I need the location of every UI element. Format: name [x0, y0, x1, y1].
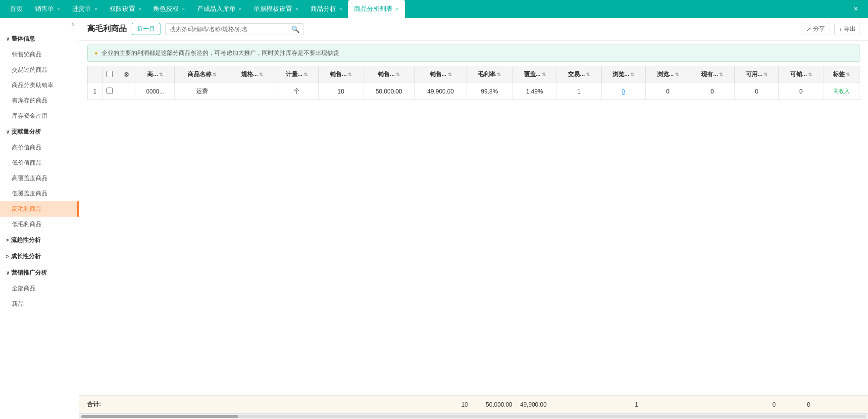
- group-arrow: ∨: [6, 129, 9, 135]
- cell-available_stock-0: 0: [734, 83, 779, 100]
- row-checkbox[interactable]: [106, 88, 113, 94]
- col-label-views2: 浏览...: [657, 70, 674, 79]
- sidebar-group-流趋性分析[interactable]: >流趋性分析: [0, 232, 79, 248]
- cell-checkbox-0[interactable]: [102, 83, 117, 100]
- sort-icon-gross_margin[interactable]: ⇅: [497, 72, 501, 77]
- nav-close-btn[interactable]: ×: [339, 6, 342, 12]
- footer-cell-3: [279, 401, 313, 408]
- sidebar-item-库存资金占用[interactable]: 库存资金占用: [0, 108, 79, 124]
- sidebar-item-低毛利商品[interactable]: 低毛利商品: [0, 217, 79, 232]
- sort-icon-name[interactable]: ⇅: [212, 72, 216, 77]
- sidebar-group-贡献量分析[interactable]: ∨贡献量分析: [0, 124, 79, 140]
- sort-icon-tag[interactable]: ⇅: [846, 72, 850, 77]
- col-label-sales_profit: 销售...: [430, 70, 447, 79]
- table-row: 10000...运费个1050,000.0049,900.0099.8%1.49…: [88, 83, 860, 100]
- sidebar-item-低价值商品[interactable]: 低价值商品: [0, 155, 79, 171]
- sidebar-group-整体信息[interactable]: ∨整体信息: [0, 31, 79, 47]
- sidebar-item-高覆盖度商品[interactable]: 高覆盖度商品: [0, 171, 79, 186]
- nav-item-商品分析列表[interactable]: 商品分析列表×: [348, 0, 405, 18]
- col-label-spec: 规格...: [241, 70, 258, 79]
- nav-item-销售单[interactable]: 销售单×: [29, 0, 66, 18]
- sidebar-group-成长性分析[interactable]: >成长性分析: [0, 248, 79, 265]
- sort-icon-views2[interactable]: ⇅: [675, 72, 679, 77]
- select-all-checkbox[interactable]: [106, 71, 113, 77]
- export-button[interactable]: ↓ 导出: [834, 23, 860, 35]
- sort-icon-sales_qty[interactable]: ⇅: [348, 72, 352, 77]
- footer-cell-10: [551, 401, 585, 408]
- nav-item-产成品入库单[interactable]: 产成品入库单×: [191, 0, 248, 18]
- nav-close-btn[interactable]: ×: [182, 6, 185, 12]
- col-label-tag: 标签: [833, 70, 845, 79]
- sidebar-item-交易过的商品[interactable]: 交易过的商品: [0, 62, 79, 78]
- scroll-track[interactable]: [81, 415, 866, 418]
- scroll-thumb[interactable]: [81, 415, 238, 418]
- horizontal-scrollbar[interactable]: [79, 413, 868, 419]
- cell-current_stock-0: 0: [690, 83, 734, 100]
- sort-icon-spec[interactable]: ⇅: [259, 72, 263, 77]
- sort-icon-available_stock[interactable]: ⇅: [764, 72, 767, 77]
- nav-close-btn[interactable]: ×: [396, 6, 399, 12]
- views-link[interactable]: 0: [622, 88, 625, 95]
- sort-icon-coverage[interactable]: ⇅: [542, 72, 546, 77]
- col-label-current_stock: 现有...: [701, 70, 718, 79]
- nav-close-btn[interactable]: ×: [295, 6, 298, 12]
- sort-icon-sales_amount[interactable]: ⇅: [396, 72, 400, 77]
- sidebar-item-全部商品[interactable]: 全部商品: [0, 281, 79, 296]
- sort-icon-views1[interactable]: ⇅: [630, 72, 634, 77]
- col-label-gross_margin: 毛利率: [478, 70, 496, 79]
- sidebar-item-有库存的商品[interactable]: 有库存的商品: [0, 93, 79, 108]
- nav-item-商品分析[interactable]: 商品分析×: [305, 0, 348, 18]
- sort-icon-code[interactable]: ⇅: [159, 72, 163, 77]
- nav-close-btn[interactable]: ×: [138, 6, 141, 12]
- search-input[interactable]: [170, 26, 288, 33]
- footer-cell-5: [379, 401, 413, 408]
- nav-item-权限设置[interactable]: 权限设置×: [103, 0, 147, 18]
- group-label: 营销推广分析: [11, 269, 47, 277]
- col-label-available_stock: 可用...: [746, 70, 763, 79]
- sort-icon-saleable_stock[interactable]: ⇅: [808, 72, 812, 77]
- group-label: 成长性分析: [11, 252, 41, 261]
- sidebar-item-新品[interactable]: 新品: [0, 296, 79, 312]
- sidebar-item-高价值商品[interactable]: 高价值商品: [0, 140, 79, 155]
- footer-cell-18: [826, 401, 860, 408]
- sort-icon-current_stock[interactable]: ⇅: [719, 72, 723, 77]
- sidebar-item-低覆盖度商品[interactable]: 低覆盖度商品: [0, 186, 79, 201]
- sort-icon-sales_profit[interactable]: ⇅: [448, 72, 452, 77]
- sidebar-group-营销推广分析[interactable]: ∨营销推广分析: [0, 265, 79, 281]
- sidebar-collapse-button[interactable]: «: [0, 18, 79, 31]
- sidebar-item-高毛利商品[interactable]: 高毛利商品: [0, 201, 79, 217]
- time-filter-button[interactable]: 近一月: [132, 23, 160, 35]
- cell-views1-0[interactable]: 0: [601, 83, 646, 100]
- sidebar-item-销售览商品[interactable]: 销售览商品: [0, 47, 79, 62]
- search-icon[interactable]: 🔍: [291, 25, 300, 33]
- sort-icon-unit[interactable]: ⇅: [304, 72, 307, 77]
- cell-spec-0: [230, 83, 274, 100]
- sort-icon-transactions[interactable]: ⇅: [586, 72, 590, 77]
- nav-item-单据模板设置[interactable]: 单据模板设置×: [248, 0, 304, 18]
- info-icon: ✦: [94, 50, 99, 57]
- col-label-views1: 浏览...: [613, 70, 629, 79]
- cell-code-0: 0000...: [136, 83, 174, 100]
- close-window-button[interactable]: ×: [848, 4, 864, 13]
- sidebar: « ∨整体信息销售览商品交易过的商品商品分类助销率有库存的商品库存资金占用∨贡献…: [0, 18, 79, 419]
- nav-close-btn[interactable]: ×: [57, 6, 60, 12]
- col-label-unit: 计量...: [286, 70, 303, 79]
- settings-icon[interactable]: ⚙: [124, 71, 129, 78]
- nav-item-角色授权[interactable]: 角色授权×: [147, 0, 191, 18]
- cell-gross_margin-0: 99.8%: [466, 83, 512, 100]
- col-label-sales_qty: 销售...: [330, 70, 347, 79]
- cell-tag-0: 高收入: [823, 83, 860, 100]
- nav-item-进货单[interactable]: 进货单×: [66, 0, 103, 18]
- group-arrow: ∨: [6, 270, 9, 276]
- nav-close-btn[interactable]: ×: [94, 6, 97, 12]
- sidebar-item-商品分类助销率[interactable]: 商品分类助销率: [0, 78, 79, 93]
- share-button[interactable]: ↗ 分享: [802, 23, 829, 35]
- footer-cell-4: [314, 401, 379, 408]
- content-header: 高毛利商品 近一月 🔍 ↗ 分享 ↓ 导出: [79, 18, 868, 41]
- cell-name-0: 运费: [174, 83, 230, 100]
- nav-close-btn[interactable]: ×: [239, 6, 242, 12]
- footer-cell-2: [245, 401, 279, 408]
- cell-unit-0: 个: [274, 83, 319, 100]
- nav-item-首页[interactable]: 首页: [4, 0, 29, 18]
- top-nav: 首页销售单×进货单×权限设置×角色授权×产成品入库单×单据模板设置×商品分析×商…: [0, 0, 868, 18]
